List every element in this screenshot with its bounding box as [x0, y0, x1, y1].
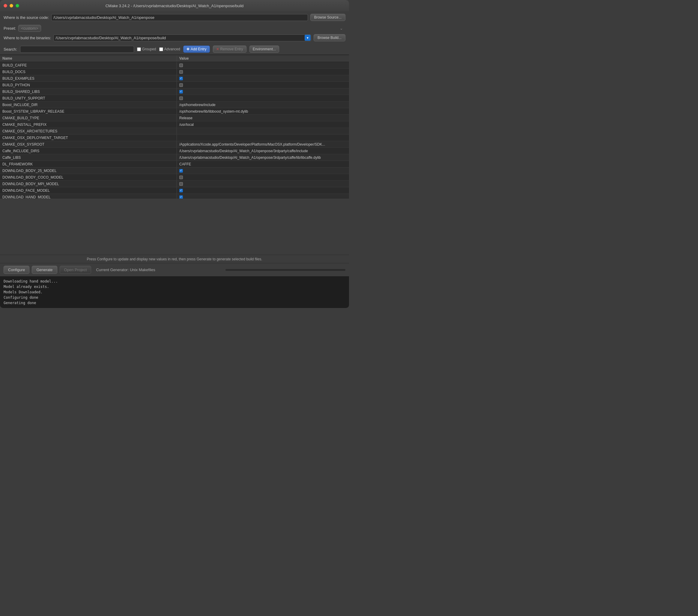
output-line: Models Downloaded.: [4, 289, 345, 295]
table-cell-value[interactable]: [177, 88, 349, 95]
table-cell-value[interactable]: [177, 181, 349, 187]
build-path-input[interactable]: [53, 34, 311, 41]
cmake-checkbox[interactable]: [179, 83, 183, 87]
output-line: Model already exists.: [4, 284, 345, 289]
advanced-checkbox-label[interactable]: Advanced: [159, 47, 180, 51]
advanced-checkbox[interactable]: [159, 47, 163, 51]
table-cell-name: Boost_SYSTEM_LIBRARY_RELEASE: [0, 108, 177, 114]
table-cell-value: /Users/cvprlabmacstudio/Desktop/AI_Watch…: [177, 154, 349, 161]
table-cell-name: DOWNLOAD_BODY_MPI_MODEL: [0, 181, 177, 187]
browse-source-button[interactable]: Browse Source...: [310, 14, 345, 21]
output-lines: Downloading hand model...Model already e…: [4, 278, 345, 305]
generate-button[interactable]: Generate: [32, 266, 57, 274]
table-row[interactable]: Boost_SYSTEM_LIBRARY_RELEASE/opt/homebre…: [0, 108, 349, 115]
configure-button[interactable]: Configure: [4, 266, 29, 274]
add-entry-button[interactable]: ✚ Add Entry: [183, 45, 210, 53]
titlebar: CMake 3.24.2 - /Users/cvprlabmacstudio/D…: [0, 0, 349, 11]
cmake-checkbox[interactable]: [179, 90, 183, 94]
table-row[interactable]: DL_FRAMEWORKCAFFE: [0, 161, 349, 168]
table-row[interactable]: CMAKE_OSX_SYSROOT/Applications/Xcode.app…: [0, 141, 349, 148]
table-row[interactable]: Boost_INCLUDE_DIR/opt/homebrew/include: [0, 102, 349, 108]
table-row[interactable]: Caffe_LIBS/Users/cvprlabmacstudio/Deskto…: [0, 154, 349, 161]
cmake-checkbox[interactable]: [179, 77, 183, 80]
cmake-checkbox[interactable]: [179, 97, 183, 100]
table-row[interactable]: BUILD_UNITY_SUPPORT: [0, 95, 349, 102]
header-value: Value: [177, 55, 349, 62]
window-title: CMake 3.24.2 - /Users/cvprlabmacstudio/D…: [106, 4, 244, 8]
search-input[interactable]: [20, 46, 134, 53]
table-row[interactable]: DOWNLOAD_HAND_MODEL: [0, 194, 349, 199]
source-label: Where is the source code:: [4, 15, 49, 20]
traffic-lights: [4, 4, 19, 8]
table-cell-value[interactable]: [177, 75, 349, 82]
open-project-button: Open Project: [60, 266, 92, 274]
cmake-checkbox[interactable]: [179, 175, 183, 179]
table-cell-name: DOWNLOAD_HAND_MODEL: [0, 194, 177, 199]
table-cell-value[interactable]: [177, 82, 349, 88]
cmake-checkbox[interactable]: [179, 169, 183, 173]
output-area: Downloading hand model...Model already e…: [0, 276, 349, 308]
table-cell-value[interactable]: [177, 194, 349, 199]
search-options: Grouped Advanced ✚ Add Entry ✕ Remove En…: [137, 45, 279, 53]
table-cell-value: /Users/cvprlabmacstudio/Desktop/AI_Watch…: [177, 148, 349, 154]
output-line: Downloading hand model...: [4, 278, 345, 284]
grouped-checkbox-label[interactable]: Grouped: [137, 47, 156, 51]
table-cell-value: /opt/homebrew/include: [177, 102, 349, 108]
bottom-bar: Configure Generate Open Project Current …: [0, 263, 349, 276]
browse-build-button[interactable]: Browse Build...: [313, 34, 345, 41]
table-cell-name: BUILD_UNITY_SUPPORT: [0, 95, 177, 101]
table-row[interactable]: DOWNLOAD_BODY_MPI_MODEL: [0, 181, 349, 187]
plus-icon: ✚: [186, 47, 190, 51]
remove-entry-button[interactable]: ✕ Remove Entry: [213, 45, 247, 53]
table-cell-name: BUILD_CAFFE: [0, 62, 177, 68]
table-row[interactable]: BUILD_DOCS: [0, 69, 349, 75]
table-cell-value: /usr/local: [177, 121, 349, 128]
table-row[interactable]: CMAKE_OSX_DEPLOYMENT_TARGET: [0, 134, 349, 141]
table-row[interactable]: DOWNLOAD_FACE_MODEL: [0, 187, 349, 194]
preset-select[interactable]: <custom>: [18, 25, 41, 32]
table-cell-name: CMAKE_OSX_SYSROOT: [0, 141, 177, 147]
table-row[interactable]: BUILD_EXAMPLES: [0, 75, 349, 82]
table-row[interactable]: BUILD_CAFFE: [0, 62, 349, 69]
empty-area: [0, 199, 349, 255]
cmake-checkbox[interactable]: [179, 70, 183, 74]
close-button[interactable]: [4, 4, 7, 8]
table-row[interactable]: BUILD_PYTHON: [0, 82, 349, 88]
table-row[interactable]: CMAKE_BUILD_TYPERelease: [0, 115, 349, 121]
table-row[interactable]: BUILD_SHARED_LIBS: [0, 88, 349, 95]
table-cell-value: [177, 128, 349, 134]
table-cell-name: DOWNLOAD_FACE_MODEL: [0, 187, 177, 194]
table-cell-value[interactable]: [177, 95, 349, 101]
grouped-checkbox[interactable]: [137, 47, 141, 51]
table-row[interactable]: CMAKE_INSTALL_PREFIX/usr/local: [0, 121, 349, 128]
minimize-button[interactable]: [10, 4, 13, 8]
table-cell-name: BUILD_PYTHON: [0, 82, 177, 88]
table-row[interactable]: DOWNLOAD_BODY_25_MODEL: [0, 168, 349, 174]
cmake-checkbox[interactable]: [179, 182, 183, 186]
preset-label: Preset:: [4, 26, 16, 31]
source-path-input[interactable]: [51, 14, 308, 21]
table-cell-name: DL_FRAMEWORK: [0, 161, 177, 167]
cmake-checkbox[interactable]: [179, 63, 183, 67]
table-cell-name: CMAKE_OSX_ARCHITECTURES: [0, 128, 177, 134]
table-row[interactable]: CMAKE_OSX_ARCHITECTURES: [0, 128, 349, 134]
table-cell-name: DOWNLOAD_BODY_25_MODEL: [0, 168, 177, 174]
environment-button[interactable]: Environment...: [250, 45, 279, 53]
table-cell-value[interactable]: [177, 187, 349, 194]
table-cell-value[interactable]: [177, 174, 349, 181]
table-cell-value[interactable]: [177, 69, 349, 75]
table-cell-value: Release: [177, 115, 349, 121]
maximize-button[interactable]: [16, 4, 19, 8]
table-cell-value[interactable]: [177, 168, 349, 174]
build-path-dropdown-button[interactable]: ▼: [305, 35, 311, 41]
table-cell-name: BUILD_SHARED_LIBS: [0, 88, 177, 95]
table-row[interactable]: Caffe_INCLUDE_DIRS/Users/cvprlabmacstudi…: [0, 148, 349, 154]
cmake-checkbox[interactable]: [179, 195, 183, 199]
table-body: BUILD_CAFFEBUILD_DOCSBUILD_EXAMPLESBUILD…: [0, 62, 349, 199]
table-cell-name: CMAKE_BUILD_TYPE: [0, 115, 177, 121]
cmake-checkbox[interactable]: [179, 189, 183, 192]
build-row: Where to build the binaries: ▼ Browse Bu…: [0, 33, 349, 44]
table-cell-value[interactable]: [177, 62, 349, 68]
x-icon: ✕: [216, 47, 219, 51]
table-row[interactable]: DOWNLOAD_BODY_COCO_MODEL: [0, 174, 349, 181]
